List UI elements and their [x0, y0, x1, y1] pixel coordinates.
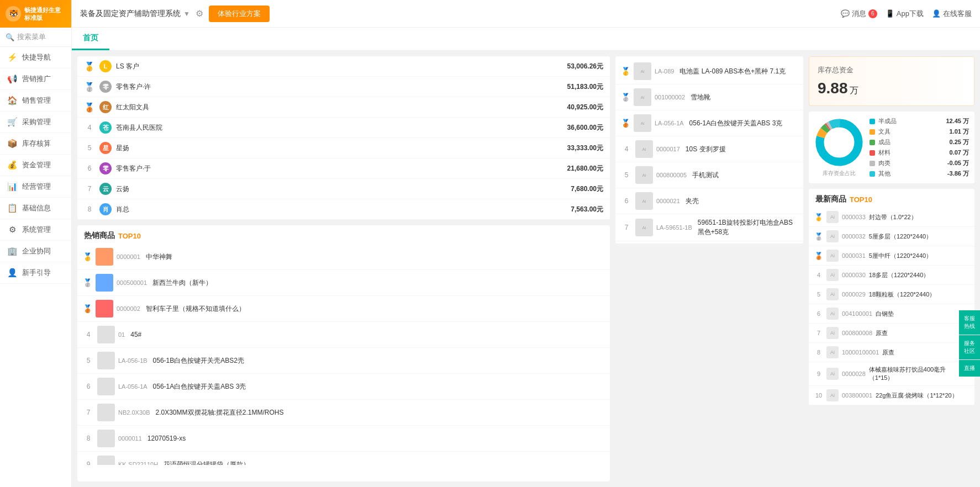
sidebar-item-newbie[interactable]: 👤 新手引导 [0, 262, 71, 284]
sidebar-item-quick-nav[interactable]: ⚡ 快捷导航 [0, 47, 71, 68]
new-product-item[interactable]: 4 Ai 0000030 18多层（1220*2440） [809, 266, 974, 285]
customer-item[interactable]: 🥇 L LS 客户 53,006.26元 [77, 56, 610, 77]
customer-amount: 7,680.00元 [571, 184, 603, 194]
new-product-item[interactable]: 9 Ai 0000028 体械嘉核味苏打饮品400毫升（1*15） [809, 362, 974, 386]
tab-home[interactable]: 首页 [72, 28, 109, 50]
product-code: 0000002 [117, 305, 140, 312]
sidebar-item-operations[interactable]: 📊 经营管理 [0, 176, 71, 198]
new-product-name: 封边带（1.0*22） [869, 213, 969, 221]
system-selector[interactable]: 装备及固定资产辅助管理系统 ▼ [80, 9, 190, 19]
hot-product-item[interactable]: 7 NB2.0X30B 2.0X30MM双摆花轴:摆花直径2.1MM/ROHS [77, 400, 610, 426]
new-product-code: 0000033 [842, 214, 866, 220]
new-product-item[interactable]: 🥇 Ai 0000033 封边带（1.0*22） [809, 208, 974, 227]
new-product-item[interactable]: 6 Ai 004100001 白钢垫 [809, 304, 974, 324]
app-download-label: App下载 [897, 9, 924, 19]
online-service-btn[interactable]: 👤 在线客服 [932, 9, 972, 19]
sidebar-search[interactable]: 🔍 搜索菜单 [0, 28, 71, 47]
gear-icon[interactable]: ⚙ [196, 8, 203, 19]
customer-name: 零售客户·许 [116, 82, 563, 92]
product-img [97, 430, 115, 447]
float-btn-0[interactable]: 客服 热线 [959, 310, 980, 335]
customer-item[interactable]: 🥉 红 红太阳文具 40,925.00元 [77, 97, 610, 118]
hot-products-badge: TOP10 [118, 232, 141, 240]
new-product-item[interactable]: 5 Ai 0000029 18颗粒板（1220*2440） [809, 285, 974, 304]
sidebar-item-finance[interactable]: 💰 资金管理 [0, 155, 71, 176]
hot-product-item[interactable]: 5 LA-056-1B 056-1B白色按键开关壳ABS2壳 [77, 348, 610, 374]
new-products-list: 🥇 Ai 0000033 封边带（1.0*22）🥈 Ai 0000032 5厘多… [809, 208, 974, 405]
hot-product-item[interactable]: 🥉 0000002 智利车子里（规格不知道填什么） [77, 296, 610, 322]
new-product-item[interactable]: 7 Ai 000800008 原查 [809, 324, 974, 343]
float-btn-1[interactable]: 服务 社区 [959, 335, 980, 359]
rank-num: 8 [814, 349, 823, 356]
new-product-item[interactable]: 8 Ai 10000100001 原查 [809, 343, 974, 362]
customer-item[interactable]: 6 零 零售客户·于 21,680.00元 [77, 158, 610, 179]
logo-icon: 🐯 [6, 6, 21, 22]
hot-product-item[interactable]: 8 0000011 12070519-xs [77, 426, 610, 452]
customer-amount: 40,925.00元 [567, 103, 603, 112]
msg-badge: 6 [868, 9, 877, 18]
new-product-img: Ai [826, 308, 839, 320]
sidebar-item-inventory[interactable]: 📦 库存核算 [0, 133, 71, 155]
new-product-item[interactable]: 🥉 Ai 0000031 5厘中纤（1220*2440） [809, 246, 974, 266]
top-product-item[interactable]: 🥈 Ai 001000002 雪地靴 [615, 84, 803, 110]
rank-num: 5 [621, 171, 632, 179]
top-product-item[interactable]: 6 Ai 0000021 夹壳 [615, 188, 803, 214]
customer-item[interactable]: 7 云 云扬 7,680.00元 [77, 179, 610, 199]
new-product-item[interactable]: 10 Ai 003800001 22g鱼豆腐·烧烤味（1*12*20） [809, 386, 974, 405]
messages-btn[interactable]: 💬 消息 6 [841, 9, 877, 19]
top-product-item[interactable]: 4 Ai 0000017 10S 变刹罗援 [615, 136, 803, 162]
rank-num: 6 [83, 383, 94, 390]
customer-name: 星扬 [116, 144, 563, 153]
hot-product-item[interactable]: 9 KK-SD22110H 花语萌恒温分罐罐袋（厚款） [77, 452, 610, 465]
new-product-code: 004100001 [842, 310, 872, 317]
new-product-img: Ai [826, 211, 839, 223]
product-name: 雪地靴 [691, 93, 798, 102]
top-product-item[interactable]: 🥇 Ai LA-089 电池盖 LA-089 ABS本色+黑种 7.1克 [615, 59, 803, 84]
topbar: 装备及固定资产辅助管理系统 ▼ ⚙ 体验行业方案 💬 消息 6 📱 App下载 … [72, 0, 980, 28]
logo-text: 畅捷通好生意 标准版 [24, 6, 61, 22]
legend-name: 文具 [878, 128, 946, 136]
product-code: KK-SD22110H [118, 461, 158, 465]
online-service-label: 在线客服 [943, 9, 972, 19]
sidebar-item-marketing[interactable]: 📢 营销推广 [0, 68, 71, 90]
customer-item[interactable]: 🥈 零 零售客户·许 51,183.00元 [77, 77, 610, 97]
customer-item[interactable]: 8 肖 肖总 7,563.00元 [77, 199, 610, 220]
rank-num: 9 [814, 370, 823, 377]
nav-label-basics: 基础信息 [22, 203, 51, 213]
nav-icon-finance: 💰 [7, 160, 18, 170]
app-download-btn[interactable]: 📱 App下载 [886, 9, 924, 19]
customer-badge: 星 [99, 142, 112, 154]
sidebar-item-purchase-mgmt[interactable]: 🛒 采购管理 [0, 112, 71, 133]
hot-product-item[interactable]: 6 LA-056-1A 056-1A白色按键开关盖ABS 3壳 [77, 374, 610, 400]
sidebar-item-basics[interactable]: 📋 基础信息 [0, 198, 71, 219]
hot-product-item[interactable]: 🥇 0000001 中华神舞 [77, 244, 610, 270]
sidebar-item-sales-mgmt[interactable]: 🏠 销售管理 [0, 90, 71, 112]
top-product-item[interactable]: 🥉 Ai LA-056-1A 056-1A白色按键开关盖ABS 3克 [615, 110, 803, 136]
legend-item: 成品 0.25 万 [870, 138, 969, 146]
sidebar-item-enterprise[interactable]: 🏢 企业协同 [0, 241, 71, 262]
customer-name: 肖总 [116, 205, 566, 214]
product-name: 新西兰牛肉（新牛） [152, 278, 604, 288]
hot-products-label: 热销商品 [84, 231, 115, 241]
legend-value: 1.01 万 [950, 128, 969, 136]
product-name: 电池盖 LA-089 ABS本色+黑种 7.1克 [679, 67, 798, 76]
sidebar-item-system-mgmt[interactable]: ⚙ 系统管理 [0, 219, 71, 241]
hot-product-item[interactable]: 4 01 45# [77, 322, 610, 348]
top-product-item[interactable]: 7 Ai LA-59651-1B 59651-1B旋转投影灯电池盒ABS黑色+5… [615, 214, 803, 241]
product-code: 000800005 [656, 172, 687, 178]
product-img: Ai [635, 219, 653, 236]
new-products-badge: TOP10 [850, 195, 872, 204]
product-img [97, 404, 115, 421]
float-btn-2[interactable]: 直播 [959, 360, 980, 377]
new-product-item[interactable]: 🥈 Ai 0000032 5厘多层（1220*2440） [809, 227, 974, 246]
hot-product-item[interactable]: 🥈 000500001 新西兰牛肉（新牛） [77, 270, 610, 296]
rank-num: 7 [83, 409, 94, 416]
new-product-img: Ai [826, 269, 839, 281]
rank-num: 8 [83, 435, 94, 442]
customer-item[interactable]: 5 星 星扬 33,333.00元 [77, 138, 610, 158]
nav-icon-quick-nav: ⚡ [7, 52, 18, 62]
customer-item[interactable]: 4 苍 苍南县人民医院 36,600.00元 [77, 118, 610, 138]
product-img [97, 326, 115, 343]
top-product-item[interactable]: 5 Ai 000800005 手机测试 [615, 162, 803, 188]
trial-btn[interactable]: 体验行业方案 [209, 6, 270, 22]
